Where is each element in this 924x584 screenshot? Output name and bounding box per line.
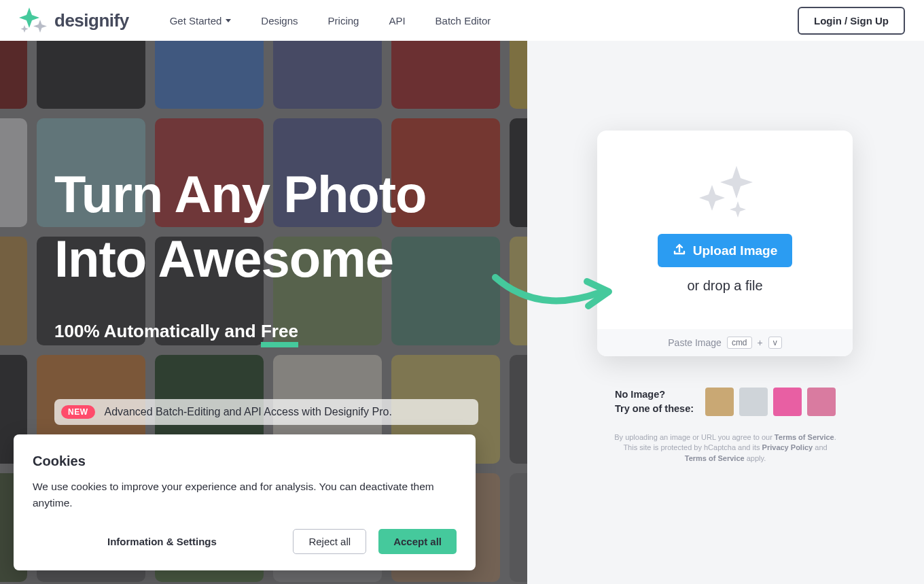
hero: Turn Any Photo Into Awesome 100% Automat…: [54, 162, 489, 425]
privacy-link[interactable]: Privacy Policy: [762, 443, 813, 451]
sample-thumb[interactable]: [807, 388, 836, 416]
sample-thumb[interactable]: [773, 388, 802, 416]
chevron-down-icon: [226, 19, 231, 22]
accept-all-button[interactable]: Accept all: [378, 529, 457, 554]
hero-line2: Into Awesome: [54, 230, 393, 288]
sample-thumbs: [705, 388, 836, 416]
tos-link[interactable]: Terms of Service: [685, 454, 745, 462]
tos-link[interactable]: Terms of Service: [775, 433, 834, 441]
legal-text: By uploading an image or URL you agree t…: [611, 432, 839, 464]
upload-button-label: Upload Image: [693, 243, 778, 258]
reject-all-button[interactable]: Reject all: [293, 529, 366, 554]
hero-title: Turn Any Photo Into Awesome: [54, 162, 489, 291]
cookie-settings-link[interactable]: Information & Settings: [107, 536, 217, 547]
paste-label: Paste Image: [668, 337, 722, 348]
hero-line1: Turn Any Photo: [54, 165, 426, 223]
pro-banner[interactable]: NEW Advanced Batch-Editing and API Acces…: [54, 399, 478, 425]
kbd-v: v: [768, 337, 782, 349]
header: designify Get Started Designs Pricing AP…: [0, 0, 924, 41]
kbd-plus: +: [758, 337, 763, 348]
cookie-dialog: Cookies We use cookies to improve your e…: [14, 434, 476, 570]
upload-card[interactable]: Upload Image or drop a file Paste Image …: [597, 131, 853, 356]
sample-thumb[interactable]: [739, 388, 768, 416]
drop-file-text: or drop a file: [687, 278, 762, 294]
sample-images: No Image? Try one of these:: [615, 388, 836, 416]
upload-image-button[interactable]: Upload Image: [658, 234, 793, 267]
nav-batch-editor[interactable]: Batch Editor: [436, 15, 491, 27]
brand-logo[interactable]: designify: [19, 6, 129, 35]
brand-name: designify: [54, 10, 129, 31]
kbd-cmd: cmd: [727, 337, 752, 349]
hero-subhead: 100% Automatically and Free: [54, 321, 489, 342]
samples-line1: No Image?: [615, 389, 665, 400]
samples-text: No Image? Try one of these:: [615, 388, 694, 416]
samples-line2: Try one of these:: [615, 403, 694, 414]
sparkle-icon: [19, 6, 48, 35]
nav-api[interactable]: API: [389, 15, 405, 27]
cookie-title: Cookies: [33, 453, 457, 469]
cookie-body: We use cookies to improve your experienc…: [33, 479, 457, 511]
login-signup-button[interactable]: Login / Sign Up: [798, 7, 905, 35]
subhead-free: Free: [261, 321, 298, 342]
sparkle-icon: [696, 166, 754, 223]
nav-get-started[interactable]: Get Started: [170, 15, 232, 27]
upload-dropzone[interactable]: Upload Image or drop a file: [597, 131, 853, 329]
pro-banner-text: Advanced Batch-Editing and API Access wi…: [105, 406, 392, 418]
paste-hint: Paste Image cmd + v: [597, 329, 853, 356]
subhead-prefix: 100% Automatically and: [54, 321, 261, 341]
nav-designs[interactable]: Designs: [261, 15, 298, 27]
upload-icon: [673, 242, 686, 259]
cookie-actions: Information & Settings Reject all Accept…: [33, 529, 457, 554]
nav-pricing[interactable]: Pricing: [328, 15, 359, 27]
main-nav: Get Started Designs Pricing API Batch Ed…: [170, 15, 491, 27]
new-badge: NEW: [61, 405, 95, 419]
sample-thumb[interactable]: [705, 388, 734, 416]
arrow-icon: [492, 269, 614, 317]
nav-label: Get Started: [170, 15, 222, 27]
